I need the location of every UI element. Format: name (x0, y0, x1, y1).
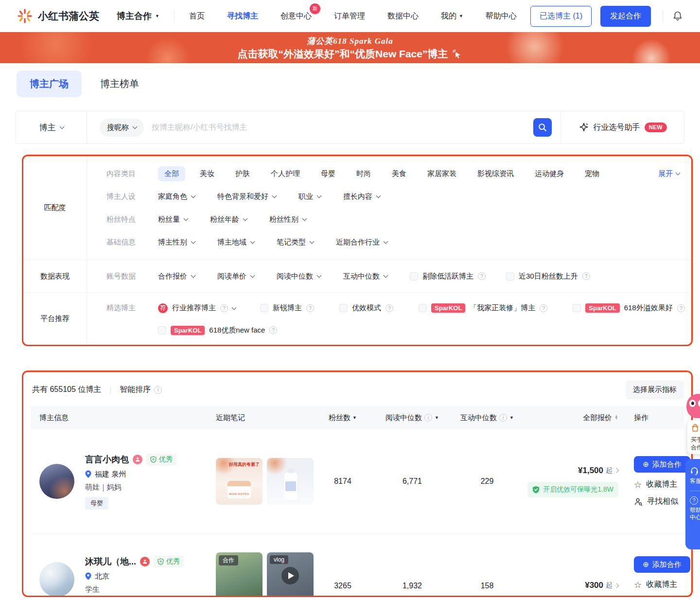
filter-dropdown-collab-price[interactable]: 合作报价 (158, 272, 195, 281)
note-thumbnail[interactable]: vlog (267, 552, 314, 597)
filter-dropdown-fan-gender[interactable]: 粉丝性别 (269, 215, 306, 224)
info-icon[interactable]: i (154, 386, 162, 394)
nav-item-data-center[interactable]: 数据中心 (387, 11, 419, 21)
col-read-median-sort[interactable]: 阅读中位数 i ▼ (371, 413, 453, 423)
filter-dropdown-read-median[interactable]: 阅读中位数 (277, 272, 321, 281)
tab-blogger-plaza[interactable]: 博主广场 (17, 71, 82, 97)
nav-item-find-bloggers[interactable]: 寻找博主 (227, 11, 258, 21)
price-link[interactable]: ¥1,500 起 (578, 466, 618, 476)
favorite-blogger-button[interactable]: ☆ 收藏博主 (634, 479, 677, 490)
note-thumbnail[interactable]: 好用真的夸累了 MOM NOTES (216, 458, 262, 505)
category-pill[interactable]: 母婴 (315, 166, 342, 181)
find-similar-button[interactable]: 寻找相似 (634, 496, 678, 507)
category-pill[interactable]: 个人护理 (264, 166, 306, 181)
category-pill[interactable]: 时尚 (350, 166, 377, 181)
filter-dropdown-engage-median[interactable]: 互动中位数 (343, 272, 387, 281)
nav-item-creative-center[interactable]: 创意中心 新 (280, 11, 312, 21)
filter-dropdown-occupation[interactable]: 职业 (298, 192, 321, 201)
checkbox[interactable] (506, 272, 514, 281)
tab-blogger-ranking[interactable]: 博主榜单 (100, 77, 139, 90)
checkbox[interactable] (158, 326, 166, 335)
buyer-collab-widget[interactable]: 买手合作 (687, 420, 700, 454)
col-price-sort[interactable]: 全部报价 ▲▼ (521, 413, 623, 423)
new-badge: NEW (645, 123, 667, 132)
start-collab-button[interactable]: 发起合作 (600, 6, 651, 27)
blogger-row: 沐琪儿（地... 优秀 北京 学生 (31, 534, 684, 597)
category-pill-all[interactable]: 全部 (158, 166, 185, 181)
filter-dropdown-industry-recommend[interactable]: 荐 行业推荐博主 ? (158, 303, 236, 313)
help-center-item[interactable]: ? 帮助中心 (690, 496, 700, 522)
info-icon[interactable]: i (499, 414, 507, 422)
blogger-name[interactable]: 沐琪儿（地... (85, 556, 136, 567)
filter-dropdown-family-role[interactable]: 家庭角色 (158, 192, 195, 201)
help-icon[interactable]: ? (478, 272, 486, 280)
filter-dropdown-blogger-gender[interactable]: 博主性别 (158, 238, 195, 247)
selected-bloggers-button[interactable]: 已选博主 (1) (530, 6, 592, 27)
search-input[interactable] (152, 123, 533, 132)
campaign-banner[interactable]: 蒲公英618 Spark Gala 点击获取“外溢效果好”和“优质New Fac… (0, 32, 700, 63)
nav-item-mine[interactable]: 我的 ▼ (441, 11, 463, 21)
favorite-blogger-button[interactable]: ☆ 收藏博主 (634, 580, 677, 590)
checkbox[interactable] (260, 304, 268, 312)
price-link[interactable]: ¥300 起 (585, 581, 618, 590)
category-pill[interactable]: 宠物 (578, 166, 606, 181)
note-thumbnail[interactable] (267, 458, 314, 505)
col-fans-sort[interactable]: 粉丝数 ▼ (314, 413, 371, 423)
checkbox-sparkol-renovating[interactable]: SparKOL 「我家正装修」博主 ? (419, 303, 547, 313)
nav-item-help-center[interactable]: 帮助中心 (486, 11, 517, 21)
filter-dropdown-read-unit-price[interactable]: 阅读单价 (217, 272, 254, 281)
filter-dropdown-recent-industry[interactable]: 近期合作行业 (336, 238, 387, 247)
product-menu[interactable]: 博主合作 ▼ (117, 10, 159, 22)
checkbox-youxiao-mode[interactable]: 优效模式 ? (339, 303, 393, 313)
search-scope-dropdown[interactable]: 博主 (16, 111, 87, 143)
service-panel[interactable]: 客服 ? 帮助中心 (685, 459, 700, 549)
filter-dropdown-background[interactable]: 特色背景和爱好 (217, 192, 276, 201)
help-icon[interactable]: ? (385, 304, 393, 312)
avatar[interactable] (39, 464, 74, 499)
help-icon[interactable]: ? (677, 304, 685, 312)
checkbox-sparkol-spillover[interactable]: SparKOL 618外溢效果好 ? (573, 303, 684, 313)
checkbox-sparkol-newface[interactable]: SparKOL 618优质new face ? (158, 326, 277, 335)
col-engage-median-sort[interactable]: 互动中位数 i ▼ (453, 413, 521, 423)
category-pill[interactable]: 家居家装 (421, 166, 463, 181)
category-pill[interactable]: 影视综资讯 (471, 166, 520, 181)
smart-sort[interactable]: 智能排序 i (120, 385, 162, 395)
brand-logo[interactable]: 小红书蒲公英 (17, 8, 99, 24)
filter-dropdown-fan-age[interactable]: 粉丝年龄 (210, 215, 247, 224)
help-icon[interactable]: ? (582, 272, 590, 280)
category-pill[interactable]: 美食 (385, 166, 413, 181)
help-icon[interactable]: ? (306, 304, 314, 312)
checkbox-remove-inactive[interactable]: 剔除低活跃博主 ? (410, 272, 486, 281)
customer-service-item[interactable]: 客服 (690, 466, 700, 485)
category-pill[interactable]: 美妆 (193, 166, 221, 181)
help-icon[interactable]: ? (269, 326, 277, 334)
checkbox[interactable] (419, 304, 427, 312)
checkbox[interactable] (410, 272, 418, 281)
search-field-dropdown[interactable]: 搜昵称 (100, 119, 144, 137)
checkbox-fans-rising[interactable]: 近30日粉丝数上升 ? (506, 272, 590, 281)
display-metrics-button[interactable]: 选择展示指标 (626, 380, 684, 399)
nav-item-home[interactable]: 首页 (189, 11, 205, 21)
expand-button[interactable]: 展开 (658, 169, 680, 178)
info-icon[interactable]: i (424, 414, 432, 422)
help-icon[interactable]: ? (220, 304, 228, 312)
filter-dropdown-note-type[interactable]: 笔记类型 (277, 238, 314, 247)
filter-dropdown-content[interactable]: 擅长内容 (343, 192, 380, 201)
help-icon[interactable]: ? (540, 304, 547, 312)
checkbox[interactable] (573, 304, 581, 312)
checkbox-new-blogger[interactable]: 新锐博主 ? (260, 303, 314, 313)
search-button[interactable] (533, 118, 552, 137)
filter-dropdown-blogger-region[interactable]: 博主地域 (217, 238, 254, 247)
industry-assistant-link[interactable]: 行业选号助手 NEW (560, 111, 684, 143)
nav-item-orders[interactable]: 订单管理 (334, 11, 365, 21)
category-pill[interactable]: 护肤 (229, 166, 256, 181)
add-collab-button[interactable]: ⊕ 添加合作 (634, 556, 690, 573)
bell-icon[interactable] (672, 10, 683, 22)
add-collab-button[interactable]: ⊕ 添加合作 (634, 456, 690, 473)
avatar[interactable] (39, 562, 74, 597)
blogger-name[interactable]: 言言小肉包 (85, 454, 129, 465)
category-pill[interactable]: 运动健身 (528, 166, 570, 181)
checkbox[interactable] (339, 304, 348, 312)
filter-dropdown-fan-count[interactable]: 粉丝量 (158, 215, 188, 224)
note-thumbnail[interactable]: 合作 (216, 552, 262, 597)
